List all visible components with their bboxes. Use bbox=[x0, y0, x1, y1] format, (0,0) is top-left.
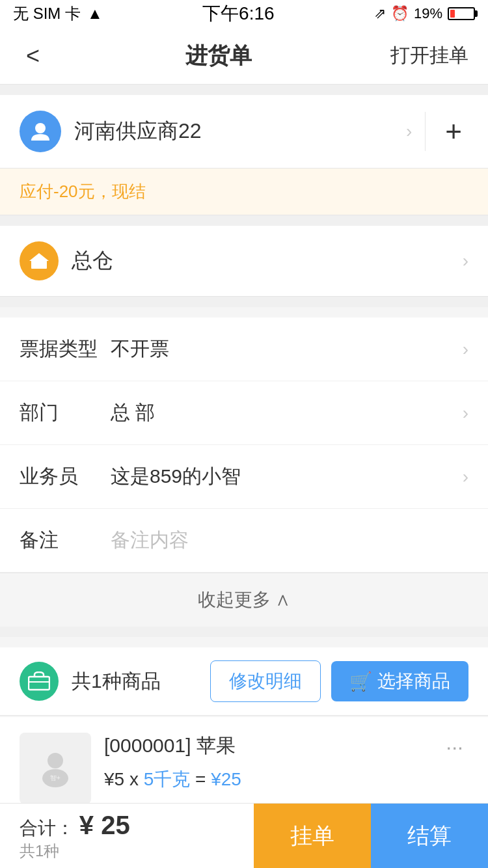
checkout-button[interactable]: 结算 bbox=[371, 804, 488, 869]
battery-percent: 19% bbox=[414, 5, 442, 22]
carrier-text: 无 SIM 卡 bbox=[13, 3, 81, 24]
svg-marker-2 bbox=[29, 253, 49, 261]
product-title: 苹果 bbox=[197, 735, 236, 756]
ticket-type-label: 票据类型 bbox=[20, 336, 111, 362]
ticket-type-chevron: › bbox=[463, 339, 468, 360]
cart-icon: 🛒 bbox=[349, 671, 372, 692]
salesman-chevron: › bbox=[463, 467, 468, 487]
department-chevron: › bbox=[463, 403, 468, 424]
multiply-sign: x bbox=[129, 769, 144, 789]
product-header: 共1种商品 修改明细 🛒 选择商品 bbox=[0, 647, 488, 716]
supplier-name: 河南供应商22 bbox=[74, 117, 400, 146]
collapse-toggle[interactable]: 收起更多 ∧ bbox=[0, 573, 488, 627]
svg-text:智+: 智+ bbox=[50, 774, 61, 781]
total-price: ¥25 bbox=[211, 769, 241, 789]
svg-rect-1 bbox=[31, 260, 47, 269]
supplier-row[interactable]: 河南供应商22 › bbox=[20, 95, 412, 168]
equals-sign: = bbox=[195, 769, 211, 789]
department-value: 总 部 bbox=[111, 400, 456, 426]
alarm-icon: ⏰ bbox=[391, 5, 409, 22]
total-row: 合计： ¥ 25 bbox=[20, 811, 234, 841]
battery-fill bbox=[450, 10, 455, 18]
qty-value: 5千克 bbox=[144, 769, 191, 789]
warehouse-chevron-icon: › bbox=[463, 251, 468, 271]
battery-icon bbox=[448, 7, 475, 20]
product-info: [0000001] 苹果 ¥5 x 5千克 = ¥25 bbox=[104, 733, 441, 792]
salesman-value: 这是859的小智 bbox=[111, 463, 456, 490]
product-icon bbox=[20, 662, 59, 701]
status-time: 下午6:16 bbox=[202, 1, 275, 26]
total-label: 合计： bbox=[20, 818, 74, 838]
wifi-icon: ▲ bbox=[87, 5, 103, 23]
hold-button[interactable]: 挂单 bbox=[254, 804, 371, 869]
supplier-divider bbox=[425, 112, 426, 151]
divider-4 bbox=[0, 627, 488, 637]
total-amount: ¥ 25 bbox=[79, 811, 130, 839]
product-code: [0000001] bbox=[104, 735, 191, 756]
status-right: ⇗ ⏰ 19% bbox=[374, 5, 475, 22]
supplier-section: 河南供应商22 › + bbox=[0, 95, 488, 169]
total-area: 合计： ¥ 25 共1种 bbox=[0, 811, 254, 861]
svg-point-5 bbox=[47, 753, 63, 768]
product-price: ¥5 x 5千克 = ¥25 bbox=[104, 767, 441, 792]
divider-2 bbox=[0, 215, 488, 226]
divider-3 bbox=[0, 297, 488, 307]
salesman-label: 业务员 bbox=[20, 463, 111, 490]
department-label: 部门 bbox=[20, 400, 111, 426]
select-product-label: 选择商品 bbox=[377, 669, 450, 694]
svg-point-0 bbox=[35, 123, 46, 133]
nav-bar: < 进货单 打开挂单 bbox=[0, 27, 488, 85]
add-supplier-button[interactable]: + bbox=[439, 109, 468, 154]
ticket-type-value: 不开票 bbox=[111, 336, 456, 362]
select-product-button[interactable]: 🛒 选择商品 bbox=[331, 661, 468, 701]
edit-detail-button[interactable]: 修改明细 bbox=[210, 660, 321, 702]
payment-notice: 应付-20元，现结 bbox=[0, 169, 488, 215]
form-section: 票据类型 不开票 › 部门 总 部 › 业务员 这是859的小智 › 备注 备注… bbox=[0, 318, 488, 573]
chevron-icon: › bbox=[406, 121, 412, 142]
status-bar: 无 SIM 卡 ▲ 下午6:16 ⇗ ⏰ 19% bbox=[0, 0, 488, 27]
page-title: 进货单 bbox=[185, 41, 252, 71]
divider-1 bbox=[0, 85, 488, 95]
product-name: [0000001] 苹果 bbox=[104, 733, 441, 759]
svg-rect-3 bbox=[29, 677, 49, 690]
unit-price: ¥5 bbox=[104, 769, 124, 789]
warehouse-icon bbox=[20, 241, 59, 280]
open-hold-button[interactable]: 打开挂单 bbox=[390, 42, 468, 69]
remark-row[interactable]: 备注 备注内容 bbox=[0, 509, 488, 573]
warehouse-name: 总仓 bbox=[72, 247, 456, 275]
ticket-type-row[interactable]: 票据类型 不开票 › bbox=[0, 318, 488, 381]
back-button[interactable]: < bbox=[20, 36, 46, 76]
salesman-row[interactable]: 业务员 这是859的小智 › bbox=[0, 445, 488, 509]
warehouse-row[interactable]: 总仓 › bbox=[0, 226, 488, 297]
bottom-bar: 合计： ¥ 25 共1种 挂单 结算 bbox=[0, 803, 488, 868]
remark-label: 备注 bbox=[20, 527, 111, 554]
location-icon: ⇗ bbox=[374, 5, 386, 22]
product-thumbnail: 智+ bbox=[20, 733, 91, 804]
product-count: 共1种商品 bbox=[72, 668, 210, 695]
department-row[interactable]: 部门 总 部 › bbox=[0, 381, 488, 445]
supplier-avatar bbox=[20, 111, 61, 152]
product-more-button[interactable]: ··· bbox=[441, 733, 468, 762]
remark-value: 备注内容 bbox=[111, 527, 468, 554]
status-left: 无 SIM 卡 ▲ bbox=[13, 3, 103, 24]
total-count: 共1种 bbox=[20, 841, 234, 861]
